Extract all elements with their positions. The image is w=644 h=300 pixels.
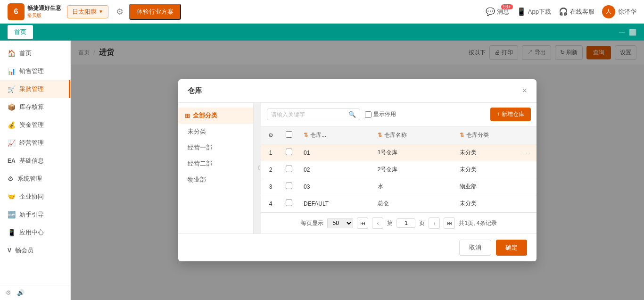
cat-item-dept1[interactable]: 经营一部 — [178, 140, 253, 156]
service-label: 在线客服 — [570, 8, 594, 16]
sidebar-label-purchase: 采购管理 — [19, 85, 44, 93]
table-row[interactable]: 4 DEFAULT 总仓 未分类 — [261, 195, 537, 212]
sidebar-item-inventory[interactable]: 📦 库存核算 — [0, 98, 70, 116]
app-download[interactable]: 📱 App下载 — [517, 7, 551, 16]
sort-icon-name: ⇅ — [378, 132, 382, 138]
modal-footer: 取消 确定 — [178, 233, 537, 261]
cat-item-property[interactable]: 物业部 — [178, 172, 253, 188]
collapse-sidebar-button[interactable]: 《 — [254, 103, 261, 233]
sidebar-item-enterprise[interactable]: 🤝 企业协同 — [0, 188, 70, 206]
confirm-button[interactable]: 确定 — [496, 240, 527, 256]
user-avatar: 人 — [602, 5, 615, 18]
search-input[interactable] — [271, 111, 347, 118]
sidebar-label-inventory: 库存核算 — [19, 103, 44, 111]
sidebar-label-management: 经营管理 — [19, 139, 44, 147]
table-header-row: ⚙ ⇅仓库... — [261, 126, 537, 144]
apps-icon: 📱 — [8, 229, 16, 236]
new-warehouse-button[interactable]: + 新增仓库 — [490, 108, 531, 121]
row-index: 4 — [261, 195, 280, 212]
cat-all-label: 全部分类 — [193, 111, 217, 120]
row-code: 03 — [298, 178, 372, 195]
page-next-button[interactable]: › — [429, 217, 440, 229]
row-code: 02 — [298, 161, 372, 178]
dropdown-icon: ▼ — [99, 9, 103, 14]
sidebar: 🏠 首页 📊 销售管理 🛒 采购管理 📦 库存核算 💰 资金管理 — [0, 41, 71, 300]
chevron-left-icon: 《 — [255, 164, 260, 172]
sidebar-label-sales: 销售管理 — [19, 67, 44, 75]
row-checkbox[interactable] — [286, 149, 292, 155]
show-disabled-label: 显示停用 — [373, 110, 396, 118]
search-icon[interactable]: 🔍 — [348, 111, 356, 118]
topbar-right: 💬 消息 99+ 📱 App下载 🎧 在线客服 人 徐泽华 — [486, 5, 636, 18]
row-checkbox[interactable] — [286, 183, 292, 189]
sidebar-item-management[interactable]: 📈 经营管理 — [0, 134, 70, 152]
page-size-select[interactable]: 50 20 100 — [327, 218, 353, 228]
modal-close-button[interactable]: × — [522, 86, 527, 96]
sidebar-item-finance[interactable]: 💰 资金管理 — [0, 116, 70, 134]
row-category: 未分类 ··· — [454, 144, 537, 161]
row-name: 水 — [372, 178, 454, 195]
sidebar-item-vip[interactable]: V 畅会员 — [0, 242, 70, 259]
row-category: 未分类 — [454, 161, 537, 178]
message-badge[interactable]: 💬 消息 99+ — [486, 7, 509, 16]
cat-all-item[interactable]: ⊞ 全部分类 — [178, 108, 253, 124]
table-row[interactable]: 3 03 水 物业部 — [261, 178, 537, 195]
main-content: 首页 / 进货 按以下 🖨 打印 ↗ 导出 ↻ 刷新 查询 设置 — [71, 41, 644, 300]
username: 徐泽华 — [618, 8, 636, 16]
table-row[interactable]: 2 02 2号仓库 未分类 — [261, 161, 537, 178]
home-icon: 🏠 — [8, 50, 16, 57]
row-name: 2号仓库 — [372, 161, 454, 178]
sidebar-item-sales[interactable]: 📊 销售管理 — [0, 62, 70, 80]
sidebar-label-system: 系统管理 — [17, 175, 42, 183]
page-last-button[interactable]: ⏭ — [444, 217, 455, 229]
sidebar-item-purchase[interactable]: 🛒 采购管理 — [0, 80, 70, 98]
cat-item-dept2[interactable]: 经营二部 — [178, 156, 253, 172]
modal-body: ⊞ 全部分类 未分类 经营一部 经营二部 物业部 《 — [178, 103, 537, 233]
more-actions-icon[interactable]: ··· — [523, 150, 531, 156]
row-checkbox-cell — [280, 178, 298, 195]
cancel-button[interactable]: 取消 — [459, 240, 491, 256]
sidebar-item-home[interactable]: 🏠 首页 — [0, 44, 70, 62]
page-number-input[interactable] — [396, 218, 415, 228]
user-menu[interactable]: 人 徐泽华 — [602, 5, 636, 18]
store-name: 日太阳膜 — [72, 8, 97, 16]
row-category: 未分类 — [454, 195, 537, 212]
window-minimize-icon[interactable]: — — [619, 29, 625, 36]
cat-item-uncategorized[interactable]: 未分类 — [178, 124, 253, 140]
page-prev-button[interactable]: ‹ — [372, 217, 383, 229]
sidebar-item-basic-info[interactable]: EA 基础信息 — [0, 152, 70, 170]
sidebar-sound-icon[interactable]: 🔊 — [17, 289, 25, 296]
purchase-icon: 🛒 — [8, 85, 16, 93]
sidebar-label-basic-info: 基础信息 — [19, 157, 44, 165]
row-checkbox[interactable] — [286, 166, 292, 172]
store-selector[interactable]: 日太阳膜 ▼ — [67, 5, 108, 18]
col-settings: ⚙ — [261, 126, 280, 144]
modal-overlay[interactable]: 仓库 × ⊞ 全部分类 未分类 经营一部 经营二部 物业部 — [71, 41, 644, 300]
settings-icon[interactable]: ⚙ — [116, 7, 124, 17]
trial-button[interactable]: 体验行业方案 — [129, 4, 181, 20]
data-table: ⚙ ⇅仓库... — [261, 126, 537, 212]
logo: 6 畅捷通好生意 搭贝版 — [8, 3, 61, 20]
sidebar-item-guide[interactable]: 🆕 新手引导 — [0, 206, 70, 224]
row-index: 1 — [261, 144, 280, 161]
col-name: ⇅仓库名称 — [372, 126, 454, 144]
sidebar-label-home: 首页 — [19, 49, 32, 58]
sort-icon-cat: ⇅ — [460, 132, 464, 138]
vip-icon: V — [8, 247, 11, 254]
sidebar-label-vip: 畅会员 — [15, 246, 33, 255]
page-summary: 共1页, 4条记录 — [459, 219, 496, 227]
sidebar-item-apps[interactable]: 📱 应用中心 — [0, 224, 70, 242]
row-checkbox[interactable] — [286, 200, 292, 206]
window-maximize-icon[interactable]: ⬜ — [629, 29, 636, 36]
row-index: 3 — [261, 178, 280, 195]
table-row[interactable]: 1 01 1号仓库 未分类 ··· — [261, 144, 537, 161]
show-disabled-checkbox[interactable] — [365, 111, 372, 118]
select-all-checkbox[interactable] — [286, 131, 292, 138]
sidebar-settings-icon[interactable]: ⚙ — [6, 289, 11, 296]
page-first-button[interactable]: ⏮ — [357, 217, 368, 229]
sidebar-label-enterprise: 企业协同 — [19, 192, 44, 201]
tab-home[interactable]: 首页 — [8, 25, 33, 39]
customer-service[interactable]: 🎧 在线客服 — [559, 7, 594, 16]
sidebar-item-system[interactable]: ⚙ 系统管理 — [0, 170, 70, 188]
nav-tabs: 首页 — ⬜ — [0, 24, 644, 41]
